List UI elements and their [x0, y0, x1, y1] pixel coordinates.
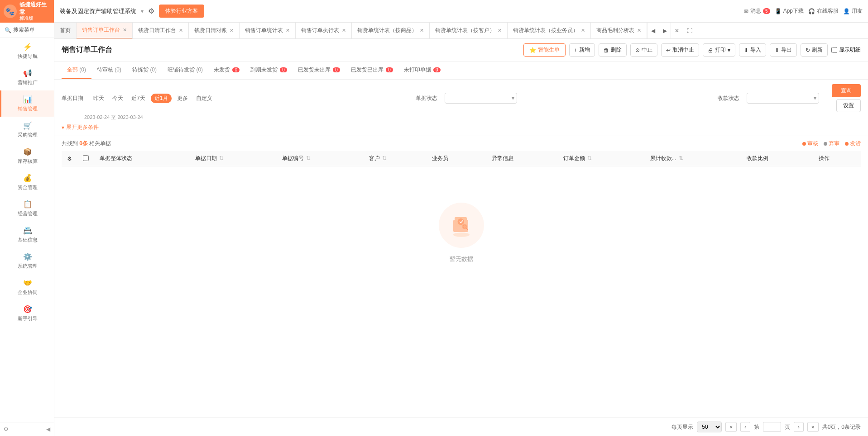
cancel-action[interactable]: 弃审 [824, 140, 839, 147]
tab-close-customer[interactable]: ✕ [498, 28, 502, 33]
tab-cash-reconcile[interactable]: 钱货日清对账 ✕ [189, 23, 240, 39]
search-menu[interactable]: 🔍 搜索菜单 [0, 23, 54, 38]
date-btn-7days[interactable]: 近7天 [129, 94, 148, 103]
tab-close-product[interactable]: ✕ [420, 28, 424, 33]
expand-conditions[interactable]: ▾ 展开更多条件 [62, 123, 861, 131]
sidebar-item-sales[interactable]: 📊 销售管理 [0, 90, 54, 117]
subtab-wangpu[interactable]: 旺铺待发货 (0) [162, 62, 208, 79]
sidebar-item-basic-info[interactable]: 📇 基础信息 [0, 222, 54, 248]
status-filter-select[interactable] [445, 93, 517, 104]
subtab-pending-review[interactable]: 待审核 (0) [91, 62, 127, 79]
sidebar-bottom: ⚙ ◀ [0, 422, 54, 436]
next-page-btn[interactable]: › [794, 422, 804, 432]
tab-close-sales-stat[interactable]: ✕ [286, 28, 290, 33]
subtab-not-printed[interactable]: 未打印单据 0 [398, 62, 446, 79]
refresh-btn[interactable]: ↻ 刷新 [801, 43, 828, 57]
tab-close-gross[interactable]: ✕ [637, 28, 641, 33]
add-btn[interactable]: + 新增 [569, 43, 595, 57]
subtab-shipped-out[interactable]: 已发货已出库 0 [345, 62, 398, 79]
system-dropdown-icon[interactable]: ▾ [141, 8, 144, 14]
ship-dot [845, 142, 849, 146]
sidebar-item-quick-nav[interactable]: ⚡ 快捷导航 [0, 38, 54, 64]
subtab-expired-not-shipped[interactable]: 到期未发货 0 [245, 62, 293, 79]
date-btn-yesterday[interactable]: 昨天 [91, 94, 107, 103]
sidebar-item-operations[interactable]: 📋 经营管理 [0, 195, 54, 222]
sort-date-icon[interactable]: ⇅ [219, 155, 224, 161]
th-customer[interactable]: 客户 ⇅ [364, 151, 427, 166]
print-btn[interactable]: 🖨 打印 ▾ [703, 43, 735, 57]
per-page-select[interactable]: 50 100 200 [697, 422, 722, 432]
sort-number-icon[interactable]: ⇅ [306, 155, 311, 161]
tab-sales-exec[interactable]: 销售订单执行表 ✕ [296, 23, 352, 39]
date-btn-today[interactable]: 今天 [110, 94, 126, 103]
tab-close-cash-daily[interactable]: ✕ [179, 28, 183, 33]
tab-sales-stat-product[interactable]: 销货单统计表（按商品） ✕ [352, 23, 430, 39]
settings-btn[interactable]: ⚙ [148, 7, 154, 15]
tab-close-sales-workbench[interactable]: ✕ [123, 27, 127, 33]
app-download-btn[interactable]: 📱 App下载 [775, 7, 804, 15]
delete-btn[interactable]: 🗑 删除 [599, 43, 627, 57]
prev-page-btn[interactable]: ‹ [740, 422, 750, 432]
tab-close-cash-reconcile[interactable]: ✕ [230, 28, 234, 33]
show-detail-label[interactable]: 显示明细 [831, 46, 861, 54]
tab-sales-stat-customer[interactable]: 销货单统计表（按客户） ✕ [430, 23, 508, 39]
sidebar-item-finance[interactable]: 💰 资金管理 [0, 169, 54, 195]
th-checkbox[interactable] [77, 151, 94, 166]
sort-amount-icon[interactable]: ⇅ [587, 155, 592, 161]
select-all-checkbox[interactable] [83, 155, 89, 161]
tab-maximize[interactable]: ⛶ [683, 23, 696, 39]
tab-sales-workbench[interactable]: 销售订单工作台 ✕ [77, 23, 133, 39]
sort-customer-icon[interactable]: ⇅ [382, 155, 387, 161]
th-amount[interactable]: 订单金额 ⇅ [558, 151, 645, 166]
tab-sales-stat-staff[interactable]: 销货单统计表（按业务员） ✕ [508, 23, 591, 39]
user-btn[interactable]: 👤 用友 [843, 7, 863, 15]
import-btn[interactable]: ⬇ 导入 [739, 43, 766, 57]
tab-close-all[interactable]: ✕ [671, 23, 683, 39]
tab-gross-profit[interactable]: 商品毛利分析表 ✕ [591, 23, 647, 39]
tab-prev-arrow[interactable]: ◀ [647, 23, 659, 39]
sidebar-item-purchase[interactable]: 🛒 采购管理 [0, 117, 54, 143]
smart-btn[interactable]: ⭐ 智能生单 [523, 43, 566, 57]
last-page-btn[interactable]: » [807, 422, 819, 432]
export-btn[interactable]: ⬆ 导出 [770, 43, 797, 57]
show-detail-checkbox[interactable] [831, 47, 837, 53]
tab-next-arrow[interactable]: ▶ [659, 23, 671, 39]
sidebar-item-system[interactable]: ⚙️ 系统管理 [0, 248, 54, 274]
cancel-stop-btn[interactable]: ↩ 取消中止 [661, 43, 699, 57]
subtab-all[interactable]: 全部 (0) [62, 62, 91, 79]
plus-icon: + [574, 47, 577, 53]
date-btn-1month[interactable]: 近1月 [151, 94, 172, 103]
sidebar-item-guide[interactable]: 🎯 新手引导 [0, 300, 54, 327]
tab-close-sales-exec[interactable]: ✕ [342, 28, 346, 33]
ship-action[interactable]: 发货 [845, 140, 861, 147]
online-service-btn[interactable]: 🎧 在线客服 [808, 7, 839, 15]
tab-sales-stat[interactable]: 销售订单统计表 ✕ [240, 23, 296, 39]
tab-cash-daily[interactable]: 钱货日清工作台 ✕ [133, 23, 189, 39]
th-collected[interactable]: 累计收款... ⇅ [645, 151, 742, 166]
th-date[interactable]: 单据日期 ⇅ [190, 151, 277, 166]
tab-home[interactable]: 首页 [54, 23, 77, 39]
th-settings[interactable]: ⚙ [62, 151, 77, 166]
query-btn[interactable]: 查询 [832, 84, 861, 97]
payment-filter-select[interactable] [747, 93, 819, 104]
message-btn[interactable]: ✉ 消息 5 [744, 7, 770, 15]
sidebar-item-enterprise[interactable]: 🤝 企业协同 [0, 274, 54, 300]
tab-close-staff[interactable]: ✕ [581, 28, 585, 33]
subtab-shipped-not-out[interactable]: 已发货未出库 0 [293, 62, 345, 79]
settings-icon[interactable]: ⚙ [4, 426, 9, 432]
first-page-btn[interactable]: « [725, 422, 737, 432]
sidebar-item-marketing[interactable]: 📢 营销推广 [0, 64, 54, 90]
review-action[interactable]: 审核 [802, 140, 818, 147]
th-number[interactable]: 单据编号 ⇅ [277, 151, 364, 166]
set-btn[interactable]: 设置 [836, 99, 861, 112]
sort-collected-icon[interactable]: ⇅ [679, 155, 683, 161]
page-input[interactable]: 1 [763, 422, 781, 432]
collapse-icon[interactable]: ◀ [46, 426, 50, 432]
sidebar-item-inventory[interactable]: 📦 库存核算 [0, 143, 54, 169]
subtab-not-shipped[interactable]: 未发货 0 [208, 62, 245, 79]
subtab-pending-inspect[interactable]: 待拣货 (0) [127, 62, 162, 79]
solution-btn[interactable]: 体验行业方案 [159, 5, 204, 18]
date-btn-more[interactable]: 更多 [174, 94, 191, 103]
date-btn-custom[interactable]: 自定义 [193, 94, 215, 103]
stop-btn[interactable]: ⊙ 中止 [630, 43, 657, 57]
